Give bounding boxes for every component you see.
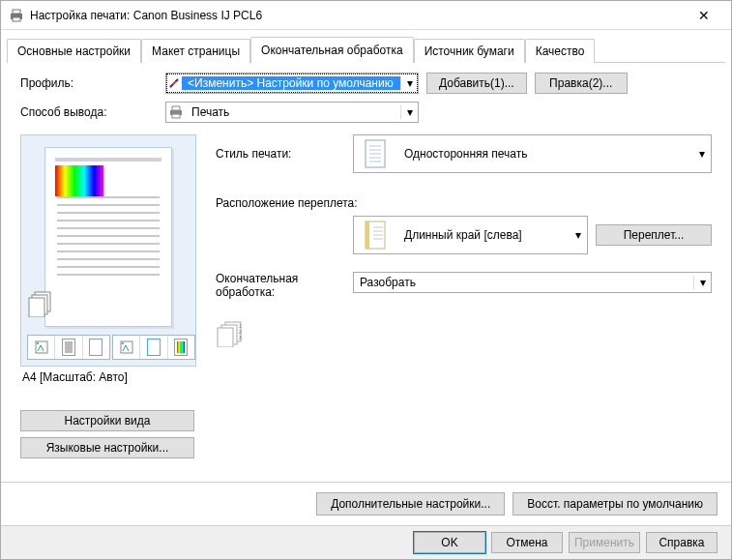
svg-rect-10 [29, 298, 44, 317]
svg-rect-22 [366, 221, 369, 249]
binding-button[interactable]: Переплет... [596, 224, 712, 246]
finishing-label: Окончательная обработка: [216, 272, 353, 299]
preview-frame [20, 134, 196, 367]
single-side-icon [354, 135, 396, 172]
svg-rect-7 [172, 114, 180, 118]
output-label: Способ вывода: [20, 105, 165, 119]
binding-select[interactable]: Длинный край [слева] ▾ [353, 216, 588, 254]
preview-mode-group-1[interactable] [27, 335, 110, 360]
profile-value: <Изменить> Настройки по умолчанию [182, 76, 400, 90]
finishing-value: Разобрать [354, 276, 693, 289]
preview-page [44, 147, 172, 327]
svg-point-12 [37, 342, 39, 344]
chevron-down-icon: ▾ [400, 76, 418, 90]
chevron-down-icon: ▾ [400, 105, 418, 119]
apply-button[interactable]: Применить [569, 532, 640, 553]
svg-rect-2 [13, 17, 20, 21]
printer-icon [9, 8, 24, 23]
tab-quality[interactable]: Качество [525, 39, 596, 63]
chevron-down-icon: ▾ [570, 228, 587, 242]
printer-small-icon [166, 105, 186, 119]
rainbow-thumbnail [55, 165, 103, 196]
svg-rect-1 [13, 10, 20, 14]
svg-point-14 [122, 342, 124, 344]
collate-icon: 123 [216, 320, 241, 350]
advanced-settings-button[interactable]: Дополнительные настройки... [316, 492, 505, 516]
output-row: Способ вывода: Печать ▾ [20, 102, 712, 123]
output-value: Печать [186, 105, 400, 119]
tab-finishing[interactable]: Окончательная обработка [250, 37, 414, 63]
preview-mode-group-2[interactable] [112, 335, 195, 360]
print-style-row: Стиль печати: Односторонняя печать ▾ [216, 134, 712, 173]
finishing-panel: Профиль: <Изменить> Настройки по умолчан… [7, 63, 725, 476]
tab-bar: Основные настройки Макет страницы Оконча… [1, 30, 731, 62]
cancel-button[interactable]: Отмена [491, 532, 563, 553]
panel-footer: Дополнительные настройки... Восст. парам… [1, 482, 731, 525]
main-area: A4 [Масштаб: Авто] Настройки вида Языков… [20, 134, 712, 464]
help-button[interactable]: Справка [646, 532, 717, 553]
restore-defaults-button[interactable]: Восст. параметры по умолчанию [512, 492, 717, 516]
window-title: Настройка печати: Canon Business IJ PCL6 [30, 9, 685, 22]
finishing-row: Окончательная обработка: Разобрать ▾ [216, 272, 712, 299]
right-column: Стиль печати: Односторонняя печать ▾ Рас… [196, 134, 712, 464]
print-style-value: Односторонняя печать [396, 147, 693, 161]
ok-button[interactable]: OK [414, 532, 485, 553]
preview-toolbar [27, 335, 197, 360]
tab-page-layout[interactable]: Макет страницы [141, 39, 250, 63]
close-button[interactable]: ✕ [685, 8, 723, 23]
paper-caption: A4 [Масштаб: Авто] [22, 370, 196, 384]
left-column: A4 [Масштаб: Авто] Настройки вида Языков… [20, 134, 196, 464]
edit-profile-button[interactable]: Правка(2)... [535, 73, 628, 94]
svg-text:3: 3 [239, 335, 242, 340]
profile-label: Профиль: [20, 76, 165, 90]
pencil-icon [166, 77, 182, 89]
view-settings-button[interactable]: Настройки вида [20, 410, 194, 431]
language-settings-button[interactable]: Языковые настройки... [20, 437, 194, 458]
profile-row: Профиль: <Изменить> Настройки по умолчан… [20, 73, 712, 94]
svg-rect-29 [218, 328, 233, 347]
page-stack-icon [27, 288, 56, 317]
dialog-footer: OK Отмена Применить Справка [1, 525, 731, 559]
titlebar: Настройка печати: Canon Business IJ PCL6… [1, 1, 731, 30]
binding-group: Расположение переплета: Длинный край [сл… [216, 196, 712, 254]
print-style-select[interactable]: Односторонняя печать ▾ [353, 134, 712, 173]
add-profile-button[interactable]: Добавить(1)... [426, 73, 527, 94]
output-select[interactable]: Печать ▾ [165, 102, 419, 123]
binding-value: Длинный край [слева] [396, 228, 570, 242]
finishing-select[interactable]: Разобрать ▾ [353, 272, 712, 293]
tab-basic[interactable]: Основные настройки [7, 39, 141, 63]
svg-rect-6 [172, 106, 180, 110]
chevron-down-icon: ▾ [693, 276, 711, 289]
binding-left-icon [354, 217, 396, 253]
tab-paper-source[interactable]: Источник бумаги [414, 39, 525, 63]
chevron-down-icon: ▾ [693, 147, 711, 161]
profile-select[interactable]: <Изменить> Настройки по умолчанию ▾ [165, 73, 419, 94]
print-settings-window: Настройка печати: Canon Business IJ PCL6… [0, 0, 732, 560]
collate-icon-row: 123 [216, 314, 712, 350]
print-style-label: Стиль печати: [216, 147, 353, 161]
binding-label: Расположение переплета: [216, 196, 712, 210]
